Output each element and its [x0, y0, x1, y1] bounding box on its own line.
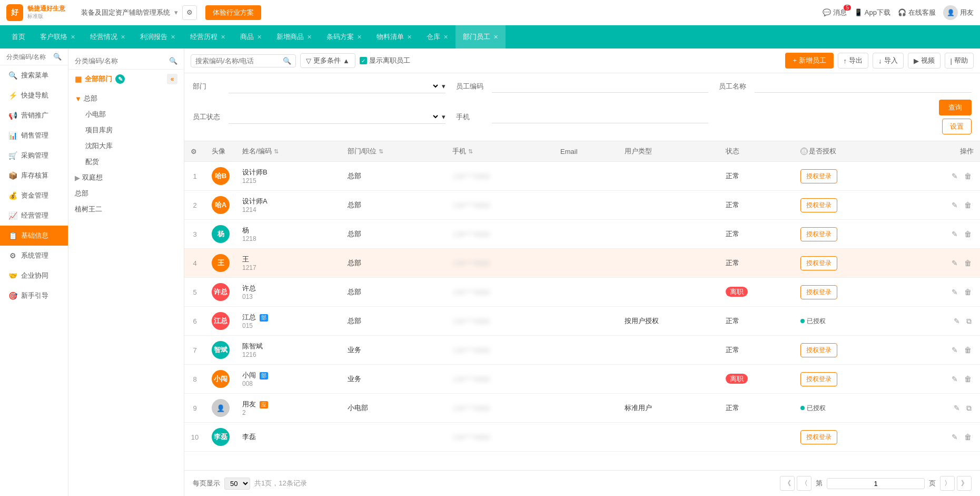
- clone-button-6[interactable]: ⧉: [964, 316, 974, 327]
- row-auth-8[interactable]: 授权登录: [794, 365, 901, 394]
- dept-node-xbd[interactable]: 小电部: [75, 106, 184, 122]
- auth-button-3[interactable]: 授权登录: [800, 227, 837, 241]
- emp-status-select[interactable]: [229, 112, 440, 121]
- tab-home[interactable]: 首页: [4, 25, 33, 48]
- auth-button-10[interactable]: 授权登录: [800, 430, 837, 444]
- emp-status-select-wrap[interactable]: ▾: [229, 110, 446, 124]
- sidebar-item-operation[interactable]: 📈 经营管理: [0, 206, 68, 226]
- auth-button-2[interactable]: 授权登录: [800, 198, 837, 212]
- dept-node-zswer[interactable]: 植树王二: [68, 201, 184, 217]
- sidebar-item-search[interactable]: 🔍 搜索菜单: [0, 65, 68, 85]
- row-auth-5[interactable]: 授权登录: [794, 278, 901, 307]
- dept-filter-select-wrap[interactable]: ▾: [229, 80, 446, 93]
- row-auth-4[interactable]: 授权登录: [794, 249, 901, 278]
- sidebar-item-system[interactable]: ⚙ 系统管理: [0, 246, 68, 266]
- dept-node-zb2[interactable]: 总部: [68, 186, 184, 201]
- delete-button-4[interactable]: 🗑: [962, 258, 974, 268]
- emp-name-input[interactable]: [755, 80, 972, 93]
- row-auth-10[interactable]: 授权登录: [794, 423, 901, 452]
- tab-goods-close[interactable]: ✕: [257, 34, 262, 41]
- auth-button-7[interactable]: 授权登录: [800, 343, 837, 357]
- delete-button-7[interactable]: 🗑: [962, 345, 974, 355]
- last-page-button[interactable]: 》: [957, 476, 972, 491]
- row-auth-3[interactable]: 授权登录: [794, 220, 901, 249]
- delete-button-2[interactable]: 🗑: [962, 200, 974, 210]
- tab-barcode-close[interactable]: ✕: [357, 34, 362, 41]
- th-dept[interactable]: 部门/职位 ⇅: [341, 141, 447, 162]
- import-button[interactable]: ↓ 导入: [873, 53, 904, 69]
- row-auth-2[interactable]: 授权登录: [794, 191, 901, 220]
- edit-button-4[interactable]: ✎: [949, 258, 960, 268]
- sort-phone-icon[interactable]: ⇅: [468, 148, 473, 155]
- video-button[interactable]: ▶ 视频: [908, 53, 941, 69]
- experience-button[interactable]: 体验行业方案: [205, 5, 261, 20]
- dropdown-arrow-icon[interactable]: ▾: [174, 8, 178, 16]
- tab-bom[interactable]: 物料清单 ✕: [369, 25, 419, 48]
- per-page-select[interactable]: 50: [224, 478, 250, 490]
- tab-new-goods-close[interactable]: ✕: [307, 34, 312, 41]
- dept-search-input[interactable]: [75, 57, 169, 65]
- online-service-button[interactable]: 🎧 在线客服: [898, 8, 936, 17]
- delete-button-5[interactable]: 🗑: [962, 287, 974, 297]
- edit-button-9[interactable]: ✎: [952, 403, 962, 413]
- delete-button-1[interactable]: 🗑: [962, 171, 974, 181]
- tab-profit-report[interactable]: 利润报告 ✕: [133, 25, 183, 48]
- th-phone[interactable]: 手机 ⇅: [446, 141, 554, 162]
- dept-node-ph[interactable]: 配货: [75, 154, 184, 170]
- sidebar-item-purchase[interactable]: 🛒 采购管理: [0, 145, 68, 166]
- emp-code-input[interactable]: [492, 80, 709, 93]
- next-page-button[interactable]: 〉: [940, 476, 955, 491]
- edit-button-5[interactable]: ✎: [949, 287, 960, 297]
- dept-node-sydk[interactable]: 沈阳大库: [75, 138, 184, 154]
- auth-button-8[interactable]: 授权登录: [800, 372, 837, 386]
- auth-button-5[interactable]: 授权登录: [800, 285, 837, 299]
- tab-warehouse[interactable]: 仓库 ✕: [419, 25, 456, 48]
- message-button[interactable]: 💬 消息 5: [823, 8, 847, 17]
- sidebar-item-marketing[interactable]: 📢 营销推广: [0, 105, 68, 125]
- tab-profit-report-close[interactable]: ✕: [171, 34, 175, 41]
- prev-page-button[interactable]: 〈: [797, 476, 811, 491]
- tab-operation-history[interactable]: 经营历程 ✕: [183, 25, 233, 48]
- tab-customer-close[interactable]: ✕: [71, 34, 75, 41]
- current-page-input[interactable]: [827, 478, 925, 489]
- row-auth-7[interactable]: 授权登录: [794, 336, 901, 365]
- delete-button-8[interactable]: 🗑: [962, 374, 974, 384]
- tab-customer[interactable]: 客户联络 ✕: [33, 25, 83, 48]
- auth-button-4[interactable]: 授权登录: [800, 256, 837, 270]
- help-button[interactable]: | 帮助: [945, 53, 974, 69]
- tab-new-goods[interactable]: 新增商品 ✕: [269, 25, 319, 48]
- sidebar-item-shortcut[interactable]: ⚡ 快捷导航: [0, 85, 68, 105]
- sidebar-item-enterprise[interactable]: 🤝 企业协同: [0, 266, 68, 286]
- delete-button-10[interactable]: 🗑: [962, 432, 974, 442]
- sidebar-search-area[interactable]: 🔍: [0, 48, 68, 65]
- tab-dept-employee[interactable]: 部门员工 ✕: [456, 25, 506, 48]
- edit-button-10[interactable]: ✎: [949, 432, 960, 442]
- add-employee-button[interactable]: + 新增员工: [785, 53, 833, 69]
- setting-button[interactable]: 设置: [942, 119, 972, 134]
- tab-goods[interactable]: 商品 ✕: [233, 25, 269, 48]
- edit-button-2[interactable]: ✎: [949, 200, 960, 210]
- edit-button-6[interactable]: ✎: [952, 316, 962, 326]
- th-name[interactable]: 姓名/编码 ⇅: [236, 141, 341, 162]
- sort-name-icon[interactable]: ⇅: [274, 148, 279, 155]
- first-page-button[interactable]: 《: [780, 476, 795, 491]
- more-filters-button[interactable]: ▽ 更多条件 ▲: [300, 53, 355, 68]
- dept-node-xmkf[interactable]: 项目库房: [75, 122, 184, 138]
- show-resigned-toggle[interactable]: ✓ 显示离职员工: [360, 56, 410, 65]
- tab-warehouse-close[interactable]: ✕: [443, 34, 448, 41]
- dept-filter-select[interactable]: [229, 82, 440, 91]
- tab-operation-status-close[interactable]: ✕: [121, 34, 125, 41]
- emp-search-input[interactable]: [195, 57, 281, 65]
- edit-button-3[interactable]: ✎: [949, 229, 960, 239]
- edit-button-7[interactable]: ✎: [949, 345, 960, 355]
- tab-barcode[interactable]: 条码方案 ✕: [319, 25, 369, 48]
- sidebar-item-guide[interactable]: 🎯 新手引导: [0, 286, 68, 306]
- gear-button[interactable]: ⚙: [182, 5, 197, 20]
- tab-operation-status[interactable]: 经营情况 ✕: [83, 25, 133, 48]
- delete-button-3[interactable]: 🗑: [962, 229, 974, 239]
- tab-operation-history-close[interactable]: ✕: [221, 34, 225, 41]
- edit-button-1[interactable]: ✎: [949, 171, 960, 181]
- authorized-info-icon[interactable]: ⓘ: [800, 148, 808, 155]
- query-button[interactable]: 查询: [939, 100, 972, 115]
- sort-dept-icon[interactable]: ⇅: [379, 148, 383, 155]
